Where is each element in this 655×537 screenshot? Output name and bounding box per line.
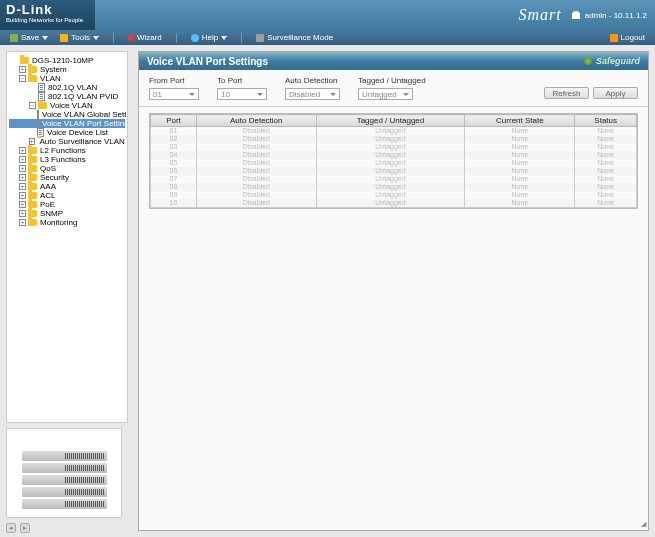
app-header: D-Link Building Networks for People Smar… — [0, 0, 655, 30]
table-cell: None — [465, 199, 575, 208]
tree-auto-surv-vlan[interactable]: +Auto Surveillance VLAN — [9, 137, 125, 146]
chevron-down-icon — [42, 36, 48, 40]
table-cell: Disabled — [197, 167, 317, 175]
table-cell: None — [465, 143, 575, 151]
help-icon — [191, 34, 199, 42]
table-cell: None — [575, 127, 637, 136]
tree-acl[interactable]: +ACL — [9, 191, 125, 200]
table-row[interactable]: 06DisabledUntaggedNoneNone — [151, 167, 637, 175]
table-row[interactable]: 03DisabledUntaggedNoneNone — [151, 143, 637, 151]
refresh-button[interactable]: Refresh — [544, 87, 589, 99]
wizard-label: Wizard — [137, 33, 162, 42]
table-cell: None — [575, 183, 637, 191]
tree-poe[interactable]: +PoE — [9, 200, 125, 209]
wizard-button[interactable]: Wizard — [124, 33, 166, 42]
tree-l2[interactable]: +L2 Functions — [9, 146, 125, 155]
tree-system[interactable]: +System — [9, 65, 125, 74]
folder-icon — [28, 156, 37, 163]
help-label: Help — [202, 33, 218, 42]
tools-label: Tools — [71, 33, 90, 42]
help-menu[interactable]: Help — [187, 33, 231, 42]
tree-voice-vlan-port[interactable]: Voice VLAN Port Settings — [9, 119, 125, 128]
table-cell: None — [575, 167, 637, 175]
admin-label: admin - 10.11.1.2 — [585, 11, 647, 20]
tagged-select[interactable]: Untagged — [358, 88, 413, 100]
logout-button[interactable]: Logout — [606, 33, 649, 42]
separator — [176, 33, 177, 43]
tree-snmp[interactable]: +SNMP — [9, 209, 125, 218]
table-cell: None — [465, 175, 575, 183]
table-row[interactable]: 08DisabledUntaggedNoneNone — [151, 183, 637, 191]
table-cell: Disabled — [197, 143, 317, 151]
table-row[interactable]: 02DisabledUntaggedNoneNone — [151, 135, 637, 143]
admin-info: admin - 10.11.1.2 — [572, 11, 655, 20]
auto-detection-select[interactable]: Disabled — [285, 88, 340, 100]
table-cell: Disabled — [197, 175, 317, 183]
device-icon — [20, 57, 29, 64]
folder-icon — [28, 174, 37, 181]
tree-qos[interactable]: +QoS — [9, 164, 125, 173]
table-cell: None — [465, 191, 575, 199]
folder-icon — [28, 66, 37, 73]
table-cell: 04 — [151, 151, 197, 159]
tree-security[interactable]: +Security — [9, 173, 125, 182]
table-header: Port — [151, 115, 197, 127]
table-cell: None — [465, 151, 575, 159]
nav-next-button[interactable]: ▸ — [20, 523, 30, 533]
wizard-icon — [127, 33, 135, 41]
table-row[interactable]: 05DisabledUntaggedNoneNone — [151, 159, 637, 167]
surveillance-button[interactable]: Surveillance Mode — [252, 33, 337, 42]
table-cell: Disabled — [197, 135, 317, 143]
to-port-select[interactable]: 10 — [217, 88, 267, 100]
tree-aaa[interactable]: +AAA — [9, 182, 125, 191]
folder-icon — [28, 165, 37, 172]
tree-voice-vlan[interactable]: −Voice VLAN — [9, 101, 125, 110]
table-row[interactable]: 04DisabledUntaggedNoneNone — [151, 151, 637, 159]
tree-l3[interactable]: +L3 Functions — [9, 155, 125, 164]
table-cell: Untagged — [316, 159, 465, 167]
safeguard-badge: Safeguard — [584, 56, 640, 66]
table-cell: None — [575, 135, 637, 143]
tree-8021q-vlan[interactable]: 802.1Q VLAN — [9, 83, 125, 92]
table-row[interactable]: 10DisabledUntaggedNoneNone — [151, 199, 637, 208]
tree-voice-vlan-global[interactable]: Voice VLAN Global Settings — [9, 110, 125, 119]
table-cell: Disabled — [197, 183, 317, 191]
nav-tree: DGS-1210-10MP +System −VLAN 802.1Q VLAN … — [6, 51, 128, 423]
folder-icon — [38, 102, 47, 109]
surveillance-icon — [256, 34, 264, 42]
table-row[interactable]: 09DisabledUntaggedNoneNone — [151, 191, 637, 199]
page-icon — [38, 83, 45, 92]
tools-menu[interactable]: Tools — [56, 33, 103, 42]
surveillance-label: Surveillance Mode — [267, 33, 333, 42]
table-cell: None — [465, 183, 575, 191]
folder-icon — [28, 75, 37, 82]
chevron-down-icon — [221, 36, 227, 40]
tree-monitoring[interactable]: +Monitoring — [9, 218, 125, 227]
tree-voice-device-list[interactable]: Voice Device List — [9, 128, 125, 137]
tree-8021q-pvid[interactable]: 802.1Q VLAN PVID — [9, 92, 125, 101]
tree-vlan[interactable]: −VLAN — [9, 74, 125, 83]
table-cell: Untagged — [316, 183, 465, 191]
save-menu[interactable]: Save — [6, 33, 52, 42]
port-table: PortAuto DetectionTagged / UntaggedCurre… — [149, 113, 638, 209]
table-cell: Disabled — [197, 191, 317, 199]
user-icon — [572, 11, 580, 19]
tree-root[interactable]: DGS-1210-10MP — [9, 56, 125, 65]
table-cell: None — [575, 143, 637, 151]
table-cell: None — [575, 175, 637, 183]
logout-label: Logout — [621, 33, 645, 42]
device-preview — [6, 428, 122, 518]
from-port-select[interactable]: 01 — [149, 88, 199, 100]
chevron-down-icon — [93, 36, 99, 40]
smart-text: Smart — [519, 6, 562, 24]
table-row[interactable]: 01DisabledUntaggedNoneNone — [151, 127, 637, 136]
settings-form: From Port 01 To Port 10 Auto Detection D… — [139, 70, 648, 107]
sidebar: DGS-1210-10MP +System −VLAN 802.1Q VLAN … — [0, 45, 128, 537]
table-cell: None — [465, 167, 575, 175]
table-row[interactable]: 07DisabledUntaggedNoneNone — [151, 175, 637, 183]
apply-button[interactable]: Apply — [593, 87, 638, 99]
table-header: Current State — [465, 115, 575, 127]
nav-prev-button[interactable]: ◂ — [6, 523, 16, 533]
table-cell: Disabled — [197, 199, 317, 208]
table-header: Tagged / Untagged — [316, 115, 465, 127]
